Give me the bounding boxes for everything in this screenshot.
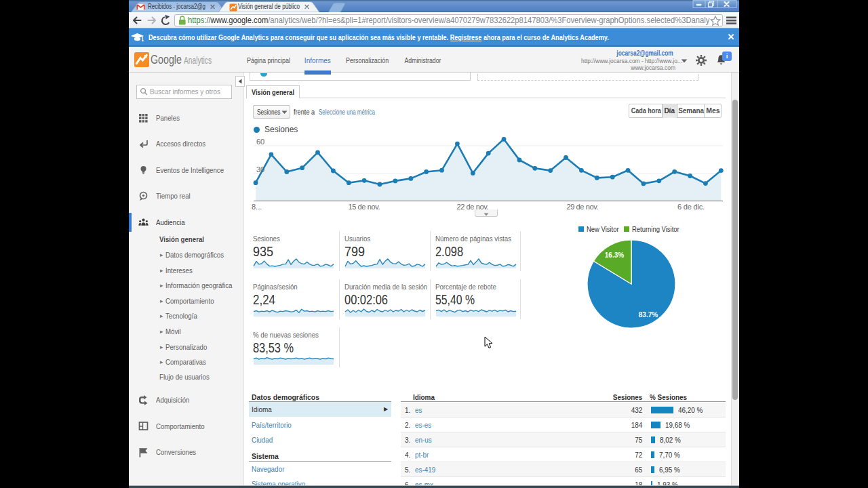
svg-text:15 de nov.: 15 de nov. — [349, 203, 380, 211]
svg-text:30: 30 — [256, 165, 264, 174]
svg-text:60: 60 — [256, 138, 264, 146]
svg-text:8...: 8... — [252, 203, 262, 211]
svg-text:6 de dic.: 6 de dic. — [677, 203, 705, 211]
svg-text:16.3%: 16.3% — [605, 251, 624, 259]
svg-text:83.7%: 83.7% — [639, 311, 658, 319]
svg-text:29 de nov.: 29 de nov. — [567, 203, 599, 211]
